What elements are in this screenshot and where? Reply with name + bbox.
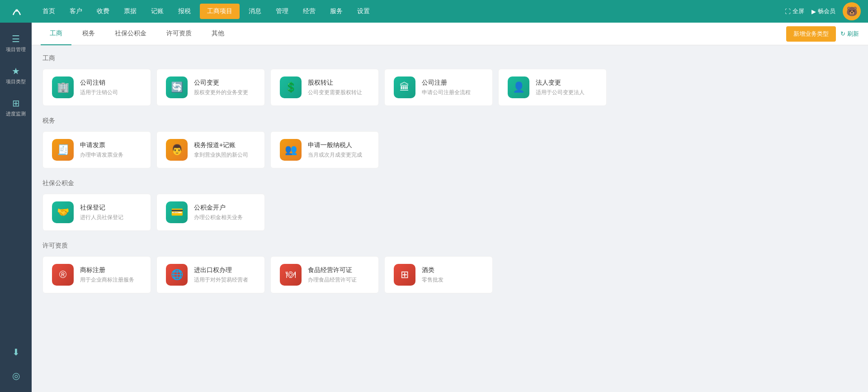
card-公司注册[interactable]: 🏛公司注册申请公司注册全流程 [384, 69, 493, 106]
card-酒类[interactable]: ⊞酒类零售批发 [384, 256, 493, 293]
card-title: 公司注销 [80, 79, 118, 87]
card-title: 申请发票 [80, 141, 123, 149]
card-进出口权办理[interactable]: 🌐进出口权办理适用于对外贸易经营者 [156, 256, 265, 293]
nav-item-设置[interactable]: 设置 [350, 0, 377, 23]
card-商标注册[interactable]: ®商标注册用于企业商标注册服务 [42, 256, 151, 293]
card-title: 公司变更 [194, 79, 248, 87]
section-title: 社保公积金 [42, 179, 857, 187]
nav-item-客户[interactable]: 客户 [62, 0, 90, 23]
sidebar-item-进度监测[interactable]: ⊞进度监测 [0, 91, 32, 124]
section-许可资质: 许可资质®商标注册用于企业商标注册服务🌐进出口权办理适用于对外贸易经营者🍽食品经… [42, 242, 857, 293]
svg-point-0 [15, 9, 18, 12]
new-type-button[interactable]: 新增业务类型 [786, 26, 836, 42]
card-text: 公司注销适用于注销公司 [80, 79, 118, 96]
nav-item-票据[interactable]: 票据 [117, 0, 144, 23]
cards-grid: 🧾申请发票办理申请发票业务👨税务报道+记账拿到营业执照的新公司👥申请一般纳税人当… [42, 131, 857, 168]
nav-item-收费[interactable]: 收费 [90, 0, 117, 23]
card-desc: 零售批发 [422, 276, 443, 284]
refresh-icon: ↻ [840, 30, 845, 37]
tab-许可资质[interactable]: 许可资质 [157, 23, 201, 45]
section-工商: 工商🏢公司注销适用于注销公司🔄公司变更股权变更外的业务变更💲股权转让公司变更需要… [42, 54, 857, 106]
card-title: 食品经营许可证 [308, 266, 357, 274]
card-icon: 👨 [166, 139, 188, 161]
fullscreen-button[interactable]: ⛶ 全屏 [785, 7, 804, 15]
section-税务: 税务🧾申请发票办理申请发票业务👨税务报道+记账拿到营业执照的新公司👥申请一般纳税… [42, 117, 857, 168]
card-法人变更[interactable]: 👤法人变更适用于公司变更法人 [498, 69, 607, 106]
card-申请一般纳税人[interactable]: 👥申请一般纳税人当月或次月成变更完成 [270, 131, 379, 168]
card-text: 进出口权办理适用于对外贸易经营者 [194, 266, 248, 284]
card-desc: 适用于公司变更法人 [536, 89, 585, 96]
card-desc: 申请公司注册全流程 [422, 89, 471, 96]
card-title: 进出口权办理 [194, 266, 248, 274]
card-desc: 办理公积金相关业务 [194, 214, 243, 221]
sidebar-item-项目类型[interactable]: ★项目类型 [0, 59, 32, 91]
card-text: 申请一般纳税人当月或次月成变更完成 [308, 141, 362, 159]
card-税务报道+记账[interactable]: 👨税务报道+记账拿到营业执照的新公司 [156, 131, 265, 168]
card-desc: 进行人员社保登记 [80, 214, 123, 221]
card-股权转让[interactable]: 💲股权转让公司变更需要股权转让 [270, 69, 379, 106]
card-公积金开户[interactable]: 💳公积金开户办理公积金相关业务 [156, 194, 265, 231]
card-desc: 办理食品经营许可证 [308, 276, 357, 284]
card-公司注销[interactable]: 🏢公司注销适用于注销公司 [42, 69, 151, 106]
nav-item-服务[interactable]: 服务 [323, 0, 350, 23]
card-text: 公积金开户办理公积金相关业务 [194, 204, 243, 221]
sidebar-icon: ⊞ [12, 98, 20, 109]
nav-item-工商项目[interactable]: 工商项目 [200, 4, 240, 19]
main-layout: ☰项目管理★项目类型⊞进度监测⬇◎ 工商税务社保公积金许可资质其他 新增业务类型… [0, 23, 868, 392]
card-申请发票[interactable]: 🧾申请发票办理申请发票业务 [42, 131, 151, 168]
tab-bar-actions: 新增业务类型 ↻ 刷新 [786, 26, 859, 42]
scroll-content[interactable]: 工商🏢公司注销适用于注销公司🔄公司变更股权变更外的业务变更💲股权转让公司变更需要… [32, 45, 868, 392]
content-area: 工商税务社保公积金许可资质其他 新增业务类型 ↻ 刷新 工商🏢公司注销适用于注销… [32, 23, 868, 392]
section-社保公积金: 社保公积金🤝社保登记进行人员社保登记💳公积金开户办理公积金相关业务 [42, 179, 857, 231]
card-icon: ® [52, 264, 74, 286]
card-text: 公司注册申请公司注册全流程 [422, 79, 471, 96]
card-icon: 👤 [508, 76, 529, 98]
nav-item-首页[interactable]: 首页 [35, 0, 62, 23]
card-desc: 拿到营业执照的新公司 [194, 151, 248, 159]
nav-item-报税[interactable]: 报税 [171, 0, 198, 23]
cards-grid: ®商标注册用于企业商标注册服务🌐进出口权办理适用于对外贸易经营者🍽食品经营许可证… [42, 256, 857, 293]
card-desc: 用于企业商标注册服务 [80, 276, 134, 284]
sidebar-bottom-item[interactable]: ◎ [0, 364, 32, 387]
vip-icon: ▶ [811, 8, 816, 15]
tab-社保公积金[interactable]: 社保公积金 [106, 23, 156, 45]
card-title: 法人变更 [536, 79, 585, 87]
card-社保登记[interactable]: 🤝社保登记进行人员社保登记 [42, 194, 151, 231]
logo[interactable] [7, 2, 26, 21]
card-text: 申请发票办理申请发票业务 [80, 141, 123, 159]
tab-税务[interactable]: 税务 [73, 23, 104, 45]
tab-工商[interactable]: 工商 [41, 23, 71, 45]
card-icon: 🤝 [52, 201, 74, 223]
card-icon: 👥 [280, 139, 302, 161]
vip-button[interactable]: ▶ 畅会员 [811, 7, 835, 15]
card-icon: 🔄 [166, 76, 188, 98]
card-食品经营许可证[interactable]: 🍽食品经营许可证办理食品经营许可证 [270, 256, 379, 293]
card-desc: 适用于注销公司 [80, 89, 118, 96]
mascot-avatar[interactable]: 🐻 [843, 2, 861, 20]
card-title: 税务报道+记账 [194, 141, 248, 149]
cards-grid: 🏢公司注销适用于注销公司🔄公司变更股权变更外的业务变更💲股权转让公司变更需要股权… [42, 69, 857, 106]
sidebar-icon: ☰ [12, 33, 20, 44]
nav-item-管理[interactable]: 管理 [269, 0, 296, 23]
sidebar-item-项目管理[interactable]: ☰项目管理 [0, 27, 32, 59]
card-desc: 办理申请发票业务 [80, 151, 123, 159]
section-title: 工商 [42, 54, 857, 62]
card-text: 股权转让公司变更需要股权转让 [308, 79, 362, 96]
card-title: 申请一般纳税人 [308, 141, 362, 149]
card-desc: 公司变更需要股权转让 [308, 89, 362, 96]
fullscreen-icon: ⛶ [785, 8, 791, 15]
card-icon: 💳 [166, 201, 188, 223]
nav-item-记账[interactable]: 记账 [144, 0, 171, 23]
card-text: 酒类零售批发 [422, 266, 443, 284]
tab-其他[interactable]: 其他 [203, 23, 233, 45]
nav-item-经营[interactable]: 经营 [296, 0, 323, 23]
card-icon: 🧾 [52, 139, 74, 161]
nav-item-消息[interactable]: 消息 [241, 0, 269, 23]
card-title: 商标注册 [80, 266, 134, 274]
refresh-button[interactable]: ↻ 刷新 [840, 30, 859, 38]
sidebar-bottom-item[interactable]: ⬇ [0, 340, 32, 364]
card-icon: 🌐 [166, 264, 188, 286]
card-title: 股权转让 [308, 79, 362, 87]
card-公司变更[interactable]: 🔄公司变更股权变更外的业务变更 [156, 69, 265, 106]
sidebar: ☰项目管理★项目类型⊞进度监测⬇◎ [0, 23, 32, 392]
